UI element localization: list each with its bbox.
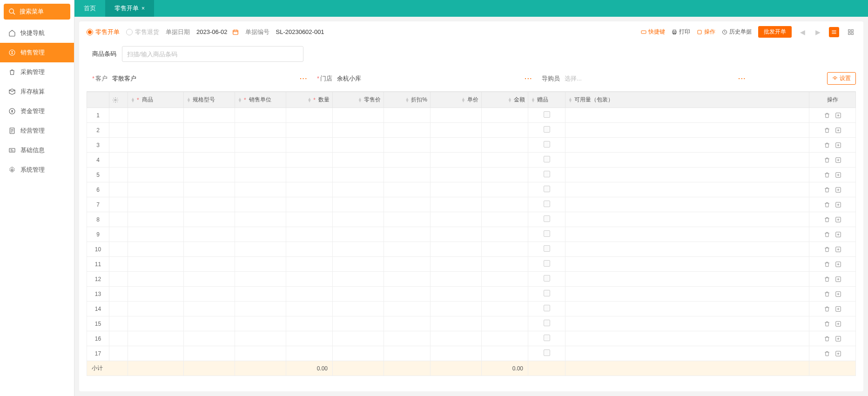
table-row[interactable]: 10 (87, 242, 856, 257)
nav-quick[interactable]: 快捷导航 (0, 23, 74, 43)
table-row[interactable]: 11 (87, 257, 856, 272)
gift-cell[interactable] (528, 138, 565, 153)
prev-arrow-icon[interactable]: ◀ (798, 28, 807, 36)
table-row[interactable]: 15 (87, 316, 856, 331)
add-row-icon[interactable] (835, 321, 841, 327)
search-menu-button[interactable]: 搜索菜单 (4, 4, 70, 20)
checkbox-icon[interactable] (544, 290, 550, 296)
checkbox-icon[interactable] (544, 111, 550, 118)
table-row[interactable]: 12 (87, 272, 856, 287)
table-row[interactable]: 16 (87, 331, 856, 346)
gift-cell[interactable] (528, 257, 565, 272)
add-row-icon[interactable] (835, 276, 841, 282)
col-gift[interactable]: ▲▼赠品 (528, 92, 565, 108)
checkbox-icon[interactable] (544, 335, 550, 341)
checkbox-icon[interactable] (544, 201, 550, 207)
delete-icon[interactable] (824, 276, 830, 282)
gift-cell[interactable] (528, 153, 565, 168)
delete-icon[interactable] (824, 291, 830, 297)
tab-close-icon[interactable]: × (141, 5, 145, 12)
add-row-icon[interactable] (835, 157, 841, 163)
gift-cell[interactable] (528, 302, 565, 316)
bulk-order-button[interactable]: 批发开单 (758, 26, 792, 38)
radio-retail-order[interactable]: 零售开单 (87, 28, 120, 36)
add-row-icon[interactable] (835, 246, 841, 253)
delete-icon[interactable] (824, 127, 830, 134)
col-available[interactable]: ▲▼可用量（包装） (565, 92, 809, 108)
gift-cell[interactable] (528, 108, 565, 123)
gift-cell[interactable] (528, 242, 565, 257)
tab-retail-order[interactable]: 零售开单 × (105, 0, 154, 17)
col-amount[interactable]: ▲▼金额 (482, 92, 528, 108)
delete-icon[interactable] (824, 112, 830, 119)
table-row[interactable]: 2 (87, 123, 856, 138)
col-product[interactable]: ▲▼*商品 (128, 92, 184, 108)
table-row[interactable]: 5 (87, 168, 856, 182)
add-row-icon[interactable] (835, 261, 841, 268)
table-row[interactable]: 8 (87, 212, 856, 227)
gift-cell[interactable] (528, 331, 565, 346)
gift-cell[interactable] (528, 316, 565, 331)
delete-icon[interactable] (824, 231, 830, 238)
add-row-icon[interactable] (835, 350, 841, 357)
guide-field[interactable]: 导购员 选择... ··· (542, 74, 746, 83)
checkbox-icon[interactable] (544, 141, 550, 148)
settings-button[interactable]: 设置 (827, 72, 856, 85)
delete-icon[interactable] (824, 157, 830, 163)
delete-icon[interactable] (824, 246, 830, 253)
gift-cell[interactable] (528, 182, 565, 197)
table-row[interactable]: 13 (87, 287, 856, 302)
table-row[interactable]: 14 (87, 302, 856, 316)
table-row[interactable]: 9 (87, 227, 856, 242)
more-icon[interactable]: ··· (300, 75, 308, 82)
col-gear[interactable] (109, 92, 128, 108)
more-icon[interactable]: ··· (738, 75, 746, 82)
delete-icon[interactable] (824, 216, 830, 223)
customer-field[interactable]: *客户 零散客户 ··· (92, 74, 308, 83)
col-discount[interactable]: ▲▼折扣% (384, 92, 431, 108)
delete-icon[interactable] (824, 321, 830, 327)
delete-icon[interactable] (824, 201, 830, 208)
tab-home[interactable]: 首页 (74, 0, 105, 17)
checkbox-icon[interactable] (544, 260, 550, 267)
gift-cell[interactable] (528, 212, 565, 227)
col-qty[interactable]: ▲▼*数量 (286, 92, 333, 108)
barcode-input[interactable] (122, 46, 303, 62)
add-row-icon[interactable] (835, 231, 841, 238)
delete-icon[interactable] (824, 306, 830, 312)
nav-purchase[interactable]: 采购管理 (0, 62, 74, 82)
table-row[interactable]: 1 (87, 108, 856, 123)
delete-icon[interactable] (824, 350, 830, 357)
table-row[interactable]: 4 (87, 153, 856, 168)
col-retail[interactable]: ▲▼零售价 (333, 92, 384, 108)
add-row-icon[interactable] (835, 187, 841, 193)
add-row-icon[interactable] (835, 336, 841, 342)
col-unit[interactable]: ▲▼*销售单位 (235, 92, 286, 108)
delete-icon[interactable] (824, 172, 830, 178)
checkbox-icon[interactable] (544, 275, 550, 282)
checkbox-icon[interactable] (544, 320, 550, 326)
add-row-icon[interactable] (835, 291, 841, 297)
store-field[interactable]: *门店 余杭小库 ··· (317, 74, 532, 83)
radio-retail-return[interactable]: 零售退货 (126, 28, 159, 36)
add-row-icon[interactable] (835, 112, 841, 119)
add-row-icon[interactable] (835, 127, 841, 134)
list-view-icon[interactable] (829, 27, 839, 37)
add-row-icon[interactable] (835, 142, 841, 148)
gift-cell[interactable] (528, 272, 565, 287)
nav-business[interactable]: 经营管理 (0, 121, 74, 141)
table-row[interactable]: 3 (87, 138, 856, 153)
table-row[interactable]: 7 (87, 197, 856, 212)
add-row-icon[interactable] (835, 172, 841, 178)
nav-finance[interactable]: 资金管理 (0, 101, 74, 121)
nav-system[interactable]: 系统管理 (0, 160, 74, 180)
gift-cell[interactable] (528, 346, 565, 361)
delete-icon[interactable] (824, 261, 830, 268)
col-price[interactable]: ▲▼单价 (431, 92, 482, 108)
nav-inventory[interactable]: 库存核算 (0, 82, 74, 101)
more-icon[interactable]: ··· (525, 75, 532, 82)
print-link[interactable]: 打印 (672, 28, 690, 36)
next-arrow-icon[interactable]: ▶ (814, 28, 822, 36)
checkbox-icon[interactable] (544, 126, 550, 133)
gift-cell[interactable] (528, 287, 565, 302)
